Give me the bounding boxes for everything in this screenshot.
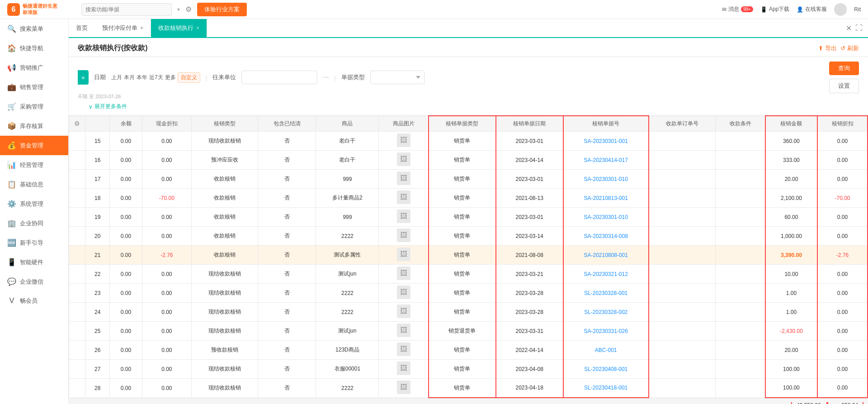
export-icon: ⬆ xyxy=(818,45,823,52)
td-include-settled-11: 否 xyxy=(258,341,316,360)
sidebar-item-smart-hw[interactable]: 📱 智能硬件 xyxy=(0,252,68,272)
td-include-settled-8: 否 xyxy=(258,284,316,303)
doc-no-link-2[interactable]: SA-20230301-010 xyxy=(584,176,627,182)
date-this-year[interactable]: 本年 xyxy=(137,74,147,81)
top-search-input[interactable] xyxy=(81,3,172,16)
tab-home[interactable]: 首页 xyxy=(69,19,95,38)
td-include-settled-3: 否 xyxy=(258,189,316,208)
sidebar-item-member[interactable]: V 畅会员 xyxy=(0,291,68,310)
voucher-type-select[interactable] xyxy=(370,71,425,84)
td-write-off-amount-2: 20.00 xyxy=(765,170,817,189)
sidebar-item-quick-nav[interactable]: 🏠 快捷导航 xyxy=(0,38,68,58)
td-write-off-discount-0: 0.00 xyxy=(817,132,868,151)
td-write-off-doc-no-12: SL-20230408-001 xyxy=(563,360,649,379)
date-7days[interactable]: 近7天 xyxy=(149,74,163,81)
sidebar-icon-wechat: 💬 xyxy=(7,277,16,286)
date-last-month[interactable]: 上月 xyxy=(111,74,122,81)
sidebar-item-guide[interactable]: 🆕 新手引导 xyxy=(0,233,68,252)
sidebar-item-marketing[interactable]: 📢 营销推广 xyxy=(0,58,68,77)
th-settings[interactable]: ⚙ xyxy=(69,116,85,132)
tab-close-receipt[interactable]: × xyxy=(196,25,199,31)
td-balance-11: 0.00 xyxy=(110,341,142,360)
sidebar-item-search-menu[interactable]: 🔍 搜索菜单 xyxy=(0,19,68,38)
date-this-month[interactable]: 本月 xyxy=(124,74,135,81)
doc-no-link-5[interactable]: SA-20230314-008 xyxy=(584,233,627,239)
svg-text:🖼: 🖼 xyxy=(400,383,407,391)
doc-no-link-8[interactable]: SL-20230328-001 xyxy=(584,290,627,296)
avatar[interactable] xyxy=(834,3,847,16)
sidebar-icon-enterprise: 🏢 xyxy=(7,219,16,228)
svg-text:🖼: 🖼 xyxy=(400,193,407,201)
td-row-num-0: 15 xyxy=(85,132,110,151)
date-more[interactable]: 更多 xyxy=(165,74,176,81)
table-row: 25 0.00 0.00 现结收款核销 否 测试jun 🖼 销货退货单 2023… xyxy=(69,322,868,341)
counterparty-dots[interactable]: ··· xyxy=(323,73,329,81)
td-receipt-condition-0 xyxy=(716,132,765,151)
sidebar-item-inventory[interactable]: 📦 库存核算 xyxy=(0,116,68,136)
tab-prepay[interactable]: 预付冲应付单 × xyxy=(95,19,151,38)
doc-no-link-3[interactable]: SA-20210813-001 xyxy=(584,195,627,201)
date-custom-btn[interactable]: 自定义 xyxy=(178,72,200,83)
doc-no-link-9[interactable]: SL-20230328-002 xyxy=(584,309,627,315)
app-download-btn[interactable]: 📱 App下载 xyxy=(760,5,789,13)
td-settings-7 xyxy=(69,265,85,284)
filter-toggle-btn[interactable]: » xyxy=(78,70,89,85)
query-btn[interactable]: 查询 xyxy=(829,62,859,75)
settings-icon[interactable]: ⚙ xyxy=(74,120,80,127)
doc-no-link-13[interactable]: SL-20230418-001 xyxy=(584,385,627,391)
sidebar-item-purchase-mgmt[interactable]: 🛒 采购管理 xyxy=(0,97,68,116)
tab-close-prepay[interactable]: × xyxy=(140,25,143,31)
refresh-btn[interactable]: ↺ 刷新 xyxy=(840,44,859,52)
td-write-off-doc-no-2: SA-20230301-010 xyxy=(563,170,649,189)
sidebar-item-basic-info[interactable]: 📋 基础信息 xyxy=(0,175,68,194)
sidebar-icon-sys-mgmt: ⚙️ xyxy=(7,200,16,208)
td-receipt-order-no-0 xyxy=(649,132,716,151)
svg-text:🖼: 🖼 xyxy=(400,155,407,163)
td-write-off-type-7: 现结收款核销 xyxy=(191,265,258,284)
td-receipt-condition-9 xyxy=(716,303,765,322)
expand-more-btn[interactable]: ∨ 展开更多条件 xyxy=(89,103,859,110)
sidebar-label-biz-mgmt: 经营管理 xyxy=(20,161,43,169)
td-product-5: 2222 xyxy=(316,227,379,246)
th-write-off-type: 核销类型 xyxy=(191,116,258,132)
expand-icon[interactable]: ⛶ xyxy=(855,24,863,32)
doc-no-link-4[interactable]: SA-20230301-010 xyxy=(584,214,627,220)
tab-receipt-write-off[interactable]: 收款核销执行 × xyxy=(151,19,207,38)
sidebar-item-sys-mgmt[interactable]: ⚙️ 系统管理 xyxy=(0,194,68,214)
gear-icon[interactable]: ⚙ xyxy=(185,5,192,14)
doc-no-link-0[interactable]: SA-20230301-001 xyxy=(584,138,627,144)
td-receipt-order-no-11 xyxy=(649,341,716,360)
close-all-icon[interactable]: ✕ xyxy=(846,24,852,33)
doc-no-link-10[interactable]: SA-20230331-026 xyxy=(584,328,627,334)
td-write-off-date-4: 2023-03-01 xyxy=(496,208,563,227)
sidebar-item-enterprise[interactable]: 🏢 企业协同 xyxy=(0,214,68,233)
doc-no-link-7[interactable]: SA-20230321-012 xyxy=(584,271,627,277)
doc-no-link-11[interactable]: ABC-001 xyxy=(595,347,617,353)
sidebar-item-sales-mgmt[interactable]: 💼 销售管理 xyxy=(0,77,68,97)
sidebar-item-wechat[interactable]: 💬 企业微信 xyxy=(0,272,68,291)
sidebar-item-biz-mgmt[interactable]: 📊 经营管理 xyxy=(0,155,68,175)
td-cash-discount-8: 0.00 xyxy=(142,284,191,303)
doc-no-link-6[interactable]: SA-20210808-001 xyxy=(584,252,627,258)
doc-no-link-1[interactable]: SA-20230414-017 xyxy=(584,157,627,163)
sidebar-item-fund-mgmt[interactable]: 💰 资金管理 xyxy=(0,136,68,155)
trial-btn[interactable]: 体验行业方案 xyxy=(197,3,247,16)
online-service-btn[interactable]: 👤 在线客服 xyxy=(797,5,827,13)
doc-no-link-12[interactable]: SL-20230408-001 xyxy=(584,366,627,372)
sidebar-icon-sales-mgmt: 💼 xyxy=(7,83,16,91)
td-product-image-9: 🖼 xyxy=(379,303,429,322)
td-write-off-discount-5: 0.00 xyxy=(817,227,868,246)
logo-text: 畅捷通谱好生意 标准版 xyxy=(23,3,57,15)
counterparty-input[interactable] xyxy=(241,71,317,84)
chevron-down-icon[interactable]: ▾ xyxy=(177,6,180,13)
setting-btn[interactable]: 设置 xyxy=(829,79,859,93)
svg-text:🖼: 🖼 xyxy=(400,345,407,353)
message-btn[interactable]: ✉ 消息 99+ xyxy=(722,5,753,13)
th-write-off-doc-no: 核销单据号 xyxy=(563,116,649,132)
export-btn[interactable]: ⬆ 导出 xyxy=(818,44,837,52)
td-receipt-order-no-9 xyxy=(649,303,716,322)
td-settings-1 xyxy=(69,151,85,170)
table-container: ⚙ 余额 现金折扣 核销类型 包含已结清 商品 商品图片 核销单据类型 核销单据… xyxy=(69,115,868,404)
sidebar-icon-guide: 🆕 xyxy=(7,238,16,247)
th-receipt-condition: 收款条件 xyxy=(716,116,765,132)
